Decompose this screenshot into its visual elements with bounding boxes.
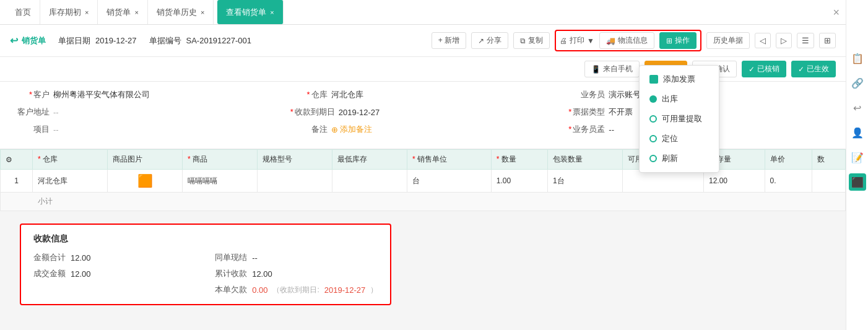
row-num: 1 [1, 170, 33, 193]
tab-sales[interactable]: 销货单 × [98, 0, 147, 24]
total-row: 金额合计 12.00 [33, 252, 196, 263]
col-pack-qty: 包装数量 [548, 150, 623, 170]
view-grid-button[interactable]: ⊞ [819, 33, 836, 48]
dropdown-outbound[interactable]: 出库 [640, 89, 719, 109]
right-sidebar: 📋 🔗 ↩ 👤 📝 ⬛ [846, 0, 868, 318]
print-button[interactable]: 🖨 打印 ▼ [560, 35, 594, 46]
cum-label: 累计收款 [215, 268, 247, 279]
doc-actions: + 新增 ↗ 分享 ⧉ 复制 🖨 打印 ▼ 🚚 物流信息 [432, 30, 836, 51]
tab-bar: 首页 库存期初 × 销货单 × 销货单历史 × 查看销货单 × × [0, 0, 846, 25]
dropdown-add-invoice[interactable]: 添加发票 [640, 69, 719, 89]
dropdown-refresh[interactable]: 刷新 [640, 149, 719, 168]
from-phone-button[interactable]: 📱 来自手机 [584, 61, 640, 77]
row-spec [258, 170, 332, 193]
warehouse-label: 仓库 [290, 89, 328, 100]
ticket-value: 不开票 [609, 106, 633, 118]
customer-value: 柳州粤港平安气体有限公司 [53, 89, 150, 100]
history-button[interactable]: 历史单据 [706, 32, 750, 49]
project-field: 项目 -- [12, 124, 278, 135]
row-pack-qty: 1台 [548, 170, 623, 193]
col-unit: * 销售单位 [407, 150, 491, 170]
effective-button[interactable]: ✓ 已生效 [791, 61, 836, 77]
add-note-button[interactable]: ⊕ 添加备注 [331, 124, 372, 135]
warehouse-field: 仓库 河北仓库 [290, 89, 556, 100]
project-label: 项目 [12, 124, 50, 135]
view-list-button[interactable]: ☰ [797, 33, 814, 48]
refresh-icon [649, 155, 657, 162]
share-button[interactable]: ↗ 分享 [471, 32, 508, 49]
col-price: 单价 [765, 150, 812, 170]
tab-home[interactable]: 首页 [6, 0, 40, 24]
due-date-field: 收款到期日 2019-12-27 [290, 106, 556, 118]
sidebar-icon-4[interactable]: 👤 [849, 124, 866, 141]
sidebar-icon-5[interactable]: 📝 [849, 149, 866, 166]
row-image: 🟧 [108, 170, 183, 193]
outbound-label: 出库 [662, 93, 678, 105]
available-qty-icon [649, 115, 657, 123]
sidebar-icon-1[interactable]: 📋 [849, 50, 866, 67]
note-field: 备注 ⊕ 添加备注 [290, 124, 556, 135]
col-product: * 商品 [183, 150, 258, 170]
payment-title: 收款信息 [33, 233, 378, 245]
note-label: 备注 [290, 124, 328, 135]
due-date: 2019-12-27 [324, 285, 366, 295]
tab-close-view-sales[interactable]: × [270, 9, 274, 16]
dropdown-available-qty[interactable]: 可用量提取 [640, 109, 719, 129]
row-product: 嗝嗝嗝嗝 [183, 170, 258, 193]
row-warehouse: 河北仓库 [33, 170, 108, 193]
payment-section: 收款信息 金额合计 12.00 同单现结 -- 成交金额 12.00 累计收款 … [0, 211, 846, 318]
next-button[interactable]: ▷ [776, 33, 792, 48]
tab-close-inventory[interactable]: × [85, 9, 89, 16]
col-gear: ⚙ [1, 150, 33, 170]
address-label: 客户地址 [12, 106, 50, 118]
share-icon: ↗ [478, 37, 484, 45]
operate-button[interactable]: ⊞ 操作 [659, 32, 697, 49]
doc-date-meta: 单据日期 2019-12-27 [58, 35, 137, 46]
total-label: 金额合计 [33, 252, 66, 263]
doc-header: ↩ 销货单 单据日期 2019-12-27 单据编号 SA-20191227-0… [0, 25, 846, 57]
cum-value: 12.00 [252, 269, 272, 279]
product-image: 🟧 [137, 174, 153, 188]
logistics-button[interactable]: 🚚 物流信息 [599, 32, 654, 49]
window-close-button[interactable]: × [833, 6, 840, 19]
row-amount [812, 170, 845, 193]
doc-type-label: ↩ 销货单 [10, 35, 46, 46]
tab-close-sales-history[interactable]: × [201, 9, 204, 16]
copy-button[interactable]: ⧉ 复制 [513, 32, 550, 49]
row-stock: 12.00 [703, 170, 765, 193]
sidebar-icon-2[interactable]: 🔗 [849, 74, 866, 92]
subtotal-row: 小计 [1, 193, 846, 211]
same-bill-row: 同单现结 -- [215, 252, 378, 263]
table-row: 1 河北仓库 🟧 嗝嗝嗝嗝 台 1.00 1台 12.00 0. [1, 170, 846, 193]
copy-icon: ⧉ [520, 37, 526, 45]
dropdown-menu: 添加发票 出库 可用量提取 定位 刷新 [639, 65, 719, 173]
dropdown-locate[interactable]: 定位 [640, 129, 719, 149]
sidebar-icon-3[interactable]: ↩ [849, 99, 866, 116]
tab-sales-history[interactable]: 销货单历史 × [148, 0, 214, 24]
col-spec: 规格型号 [258, 150, 332, 170]
prev-button[interactable]: ◁ [755, 33, 771, 48]
cancelled-button[interactable]: ✓ 已核销 [742, 61, 786, 77]
row-available [623, 170, 704, 193]
staff-value: 演示账号 [609, 89, 641, 100]
tab-close-sales[interactable]: × [134, 9, 138, 16]
total-value: 12.00 [71, 253, 91, 263]
row-price: 0. [765, 170, 812, 193]
due-value: 0.00 [252, 285, 267, 295]
due-date-label: 收款到期日 [290, 106, 335, 118]
tab-view-sales[interactable]: 查看销货单 × [217, 0, 283, 24]
customer-field: 客户 柳州粤港平安气体有限公司 [12, 89, 278, 100]
row-min-stock [332, 170, 407, 193]
payment-grid: 金额合计 12.00 同单现结 -- 成交金额 12.00 累计收款 12.00 [33, 252, 378, 295]
print-dropdown-icon: ▼ [587, 37, 594, 45]
payment-box: 收款信息 金额合计 12.00 同单现结 -- 成交金额 12.00 累计收款 … [20, 224, 391, 305]
add-invoice-label: 添加发票 [663, 74, 695, 85]
due-date-value: 2019-12-27 [339, 108, 380, 117]
sidebar-icon-6[interactable]: ⬛ [849, 173, 866, 191]
customer-label: 客户 [12, 89, 50, 100]
same-bill-value: -- [252, 253, 258, 263]
col-min-stock: 最低库存 [332, 150, 407, 170]
new-button[interactable]: + 新增 [432, 32, 466, 49]
deal-value: 12.00 [71, 269, 91, 279]
tab-inventory[interactable]: 库存期初 × [40, 0, 98, 24]
